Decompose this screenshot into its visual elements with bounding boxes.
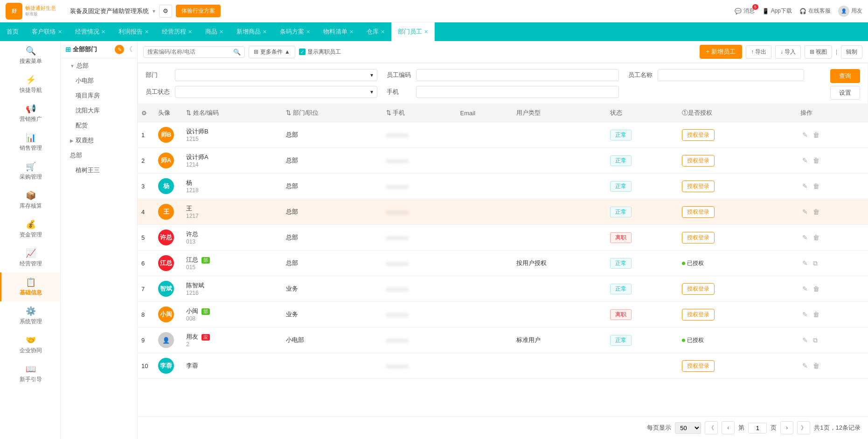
col-settings[interactable]: ⚙ (138, 104, 154, 122)
dept-item-zongbu[interactable]: 总部 (61, 148, 137, 163)
delete-row-btn[interactable]: 🗑 (811, 156, 821, 165)
edit-row-btn[interactable]: ✎ (800, 284, 810, 293)
dept-item-xiaodibu[interactable]: 小电部 (61, 73, 137, 88)
edit-btn[interactable]: 辑制 (841, 45, 862, 59)
tab-warehouse[interactable]: 仓库 ✕ (360, 22, 391, 41)
delete-row-btn[interactable]: 🗑 (811, 310, 821, 319)
emp-code-input[interactable] (416, 69, 618, 81)
search-box[interactable]: 🔍 (143, 46, 245, 58)
auth-button[interactable]: 授权登录 (682, 155, 715, 167)
auth-button[interactable]: 授权登录 (682, 232, 715, 244)
edit-row-btn[interactable]: ✎ (800, 207, 810, 216)
edit-row-btn[interactable]: ✎ (800, 130, 810, 139)
auth-button[interactable]: 授权登录 (682, 360, 715, 372)
nav-guide-label: 新手引导 (20, 376, 42, 383)
dept-item-general[interactable]: ▼ 总部 (61, 58, 137, 73)
dept-item-xiangmu[interactable]: 项目库房 (61, 88, 137, 103)
more-filters-btn[interactable]: ⊞ 更多条件 ▲ (249, 46, 295, 58)
edit-row-btn[interactable]: ✎ (800, 233, 810, 242)
emp-status-label: 员工状态 (146, 88, 171, 96)
nav-system[interactable]: ⚙️ 系统管理 (0, 301, 60, 330)
col-dept[interactable]: ⇅ 部门/职位 (282, 104, 382, 122)
add-employee-button[interactable]: + 新增员工 (700, 45, 742, 59)
nav-basic-info[interactable]: 📋 基础信息 (0, 272, 60, 301)
import-button[interactable]: ↓ 导入 (775, 45, 801, 59)
dept-item-shenyang[interactable]: 沈阳大库 (61, 103, 137, 118)
nav-marketing[interactable]: 📢 营销推广 (0, 99, 60, 128)
nav-quicknav[interactable]: ⚡ 快捷导航 (0, 70, 60, 99)
next-page-btn[interactable]: › (780, 421, 793, 434)
dept-all-label[interactable]: ⊞ 全部部门 (65, 45, 113, 54)
col-phone[interactable]: ⇅ 手机 (382, 104, 457, 122)
page-end-label: 页 (771, 424, 777, 432)
delete-row-btn[interactable]: 🗑 (811, 361, 821, 370)
delete-row-btn[interactable]: 🗑 (811, 233, 821, 242)
tab-add-goods[interactable]: 新增商品 ✕ (230, 22, 273, 41)
first-page-btn[interactable]: 《 (705, 421, 718, 434)
delete-row-btn[interactable]: 🗑 (811, 207, 821, 216)
dept-edit-icon[interactable]: ✎ (115, 45, 124, 54)
emp-status-select[interactable]: ▾ (175, 86, 377, 98)
show-resigned-toggle[interactable]: ✓ 显示离职员工 (299, 48, 341, 56)
auth-button[interactable]: 授权登录 (682, 283, 715, 295)
per-page-select[interactable]: 50 100 (675, 422, 701, 434)
app-download-button[interactable]: 📱 App下载 (762, 7, 792, 15)
nav-guide[interactable]: 📖 新手引导 (0, 359, 60, 388)
dept-select[interactable]: ▾ (175, 69, 377, 81)
trial-button[interactable]: 体验行业方案 (176, 5, 221, 17)
edit-row-btn[interactable]: ✎ (800, 335, 810, 345)
nav-finance[interactable]: 💰 资金管理 (0, 215, 60, 244)
auth-button[interactable]: 授权登录 (682, 181, 715, 192)
edit-row-btn[interactable]: ✎ (800, 361, 810, 370)
prev-page-btn[interactable]: ‹ (722, 421, 735, 434)
export-button[interactable]: ↑ 导出 (746, 45, 771, 59)
delete-row-btn[interactable]: 🗑 (811, 130, 821, 139)
page-number-input[interactable] (748, 423, 767, 433)
delete-row-btn[interactable]: 🗑 (811, 181, 821, 191)
phone-input[interactable] (416, 86, 618, 98)
copy-row-btn[interactable]: ⧉ (811, 258, 819, 268)
edit-row-btn[interactable]: ✎ (800, 258, 810, 268)
edit-row-btn[interactable]: ✎ (800, 310, 810, 319)
tab-customer[interactable]: 客户联络 ✕ (25, 22, 69, 41)
tab-employees[interactable]: 部门员工 ✕ (391, 22, 435, 41)
system-dropdown-arrow[interactable]: ▾ (153, 8, 155, 14)
col-name[interactable]: ⇅ 姓名/编码 (182, 104, 282, 122)
tab-barcode[interactable]: 条码方案 ✕ (273, 22, 317, 41)
nav-collab[interactable]: 🤝 企业协同 (0, 330, 60, 359)
tab-history[interactable]: 经营历程 ✕ (155, 22, 199, 41)
query-button[interactable]: 查询 (830, 69, 860, 83)
nav-sales[interactable]: 📊 销售管理 (0, 128, 60, 157)
reset-button[interactable]: 设置 (830, 86, 860, 100)
tab-profit[interactable]: 利润报告 ✕ (112, 22, 155, 41)
nav-inventory[interactable]: 📦 库存核算 (0, 186, 60, 215)
last-page-btn[interactable]: 》 (797, 421, 810, 434)
user-area[interactable]: 👤 用友 (838, 6, 862, 17)
tab-bom[interactable]: 物料清单 ✕ (317, 22, 360, 41)
online-service-button[interactable]: 🎧 在线客服 (799, 7, 831, 15)
dept-item-shuanglu[interactable]: ▶ 双鹿想 (61, 133, 137, 148)
tab-goods[interactable]: 商品 ✕ (199, 22, 230, 41)
nav-operations[interactable]: 📈 经营管理 (0, 244, 60, 272)
message-button[interactable]: 💬 消息 5 (735, 7, 755, 15)
auth-button[interactable]: 授权登录 (682, 206, 715, 218)
top-bar: 好 畅捷通好生意 标准版 装备及固定资产辅助管理系统 ▾ ⚙ 体验行业方案 💬 … (0, 0, 868, 22)
view-button[interactable]: ⊞ 视图 (805, 45, 832, 59)
search-input[interactable] (147, 49, 231, 55)
delete-row-btn[interactable]: 🗑 (811, 284, 821, 293)
dept-item-zhishu[interactable]: 植树王三 (61, 163, 137, 178)
nav-purchase[interactable]: 🛒 采购管理 (0, 157, 60, 186)
gear-button[interactable]: ⚙ (159, 5, 172, 18)
auth-button[interactable]: 授权登录 (682, 309, 715, 321)
tab-business[interactable]: 经营情况 ✕ (69, 22, 112, 41)
auth-button[interactable]: 授权登录 (682, 129, 715, 141)
edit-row-btn[interactable]: ✎ (800, 156, 810, 165)
copy-row-btn[interactable]: ⧉ (811, 335, 819, 345)
nav-search[interactable]: 🔍 搜索菜单 (0, 41, 60, 70)
tab-home[interactable]: 首页 (0, 22, 25, 41)
edit-row-btn[interactable]: ✎ (800, 181, 810, 191)
row-avatar: 👤 (154, 328, 182, 353)
dept-collapse-btn[interactable]: 《 (126, 45, 132, 54)
emp-name-input[interactable] (658, 69, 804, 81)
dept-item-peihuo[interactable]: 配货 (61, 118, 137, 133)
